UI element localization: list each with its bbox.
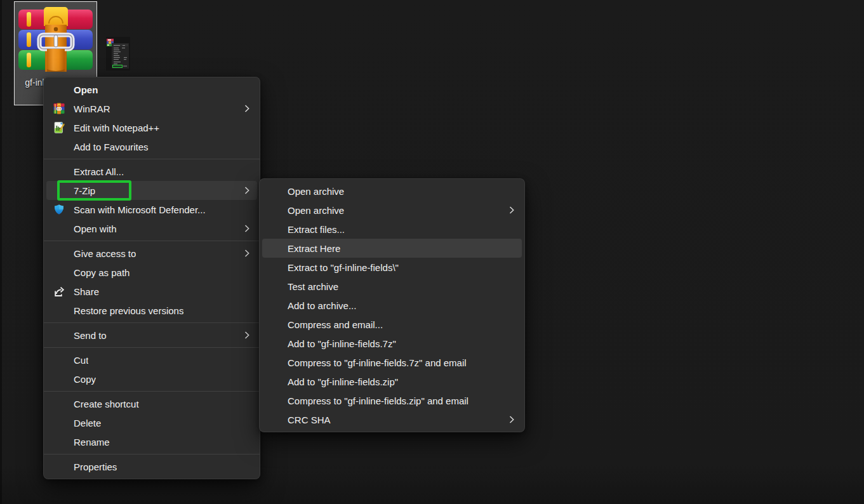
submenu-item-open-archive[interactable]: Open archive <box>262 182 522 201</box>
submenu-item-add-to-archive[interactable]: Add to archive... <box>262 296 522 315</box>
notepad-plus-plus-icon <box>53 121 65 134</box>
chevron-right-icon <box>504 416 514 423</box>
desktop: gf-inline-fields <box>0 0 864 504</box>
menu-item-copy-as-path[interactable]: Copy as path <box>46 263 257 282</box>
submenu-item-add-to-zip[interactable]: Add to "gf-inline-fields.zip" <box>262 372 522 391</box>
submenu-item-compress-to-7z-and-email[interactable]: Compress to "gf-inline-fields.7z" and em… <box>262 353 522 372</box>
menu-item-send-to[interactable]: Send to <box>46 326 257 345</box>
menu-item-properties[interactable]: Properties <box>46 457 257 476</box>
menu-separator <box>44 347 260 348</box>
menu-item-extract-all[interactable]: Extract All... <box>46 162 257 181</box>
chevron-right-icon <box>504 206 514 214</box>
submenu-item-open-archive-as[interactable]: Open archive <box>262 201 522 220</box>
desktop-edge-shade <box>0 0 2 504</box>
menu-separator <box>44 241 260 241</box>
menu-item-edit-with-notepadpp[interactable]: Edit with Notepad++ <box>46 118 257 137</box>
submenu-item-add-to-7z[interactable]: Add to "gf-inline-fields.7z" <box>262 334 522 353</box>
menu-item-copy[interactable]: Copy <box>46 369 257 388</box>
menu-item-give-access-to[interactable]: Give access to <box>46 244 257 263</box>
chevron-right-icon <box>239 249 249 257</box>
winrar-icon <box>53 102 65 115</box>
menu-item-add-to-favourites[interactable]: Add to Favourites <box>46 137 257 156</box>
menu-item-share[interactable]: Share <box>46 282 257 301</box>
submenu-item-compress-and-email[interactable]: Compress and email... <box>262 315 522 334</box>
menu-item-scan-with-defender[interactable]: Scan with Microsoft Defender... <box>46 200 257 219</box>
menu-separator <box>44 454 260 454</box>
submenu-item-test-archive[interactable]: Test archive <box>262 277 522 296</box>
seven-zip-submenu: Open archive Open archive Extract files.… <box>259 178 525 432</box>
defender-shield-icon <box>53 203 65 216</box>
menu-item-cut[interactable]: Cut <box>46 350 257 369</box>
menu-item-open-with[interactable]: Open with <box>46 219 257 238</box>
menu-separator <box>44 322 260 323</box>
submenu-item-extract-here[interactable]: Extract Here <box>262 239 522 258</box>
winrar-archive-icon <box>18 7 94 72</box>
chevron-right-icon <box>239 225 249 232</box>
submenu-item-extract-files[interactable]: Extract files... <box>262 220 522 239</box>
submenu-item-extract-to-folder[interactable]: Extract to "gf-inline-fields\" <box>262 258 522 277</box>
menu-item-delete[interactable]: Delete <box>46 413 257 432</box>
annotation-highlight-7zip <box>57 180 131 201</box>
desktop-icon-screenshot[interactable] <box>106 37 130 70</box>
menu-item-rename[interactable]: Rename <box>46 432 257 451</box>
chevron-right-icon <box>239 331 249 339</box>
menu-item-winrar[interactable]: WinRAR <box>46 99 257 118</box>
menu-item-restore-previous-versions[interactable]: Restore previous versions <box>46 301 257 320</box>
chevron-right-icon <box>239 105 249 112</box>
menu-item-create-shortcut[interactable]: Create shortcut <box>46 394 257 413</box>
screenshot-thumbnail <box>106 37 130 70</box>
submenu-item-compress-to-zip-and-email[interactable]: Compress to "gf-inline-fields.zip" and e… <box>262 391 522 410</box>
context-menu: Open WinRAR <box>43 77 260 479</box>
submenu-item-crc-sha[interactable]: CRC SHA <box>262 410 522 429</box>
share-icon <box>53 285 65 298</box>
chevron-right-icon <box>239 187 249 194</box>
menu-item-open[interactable]: Open <box>46 80 257 99</box>
menu-separator <box>44 159 260 159</box>
menu-separator <box>44 391 260 392</box>
